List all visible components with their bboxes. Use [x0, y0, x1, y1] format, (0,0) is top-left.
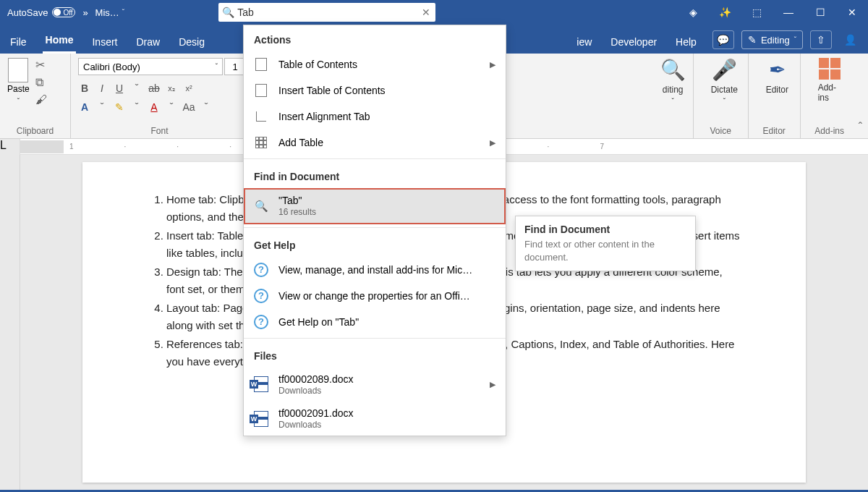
- autosave-switch[interactable]: Off: [52, 7, 75, 17]
- file-name: tf00002091.docx: [278, 407, 495, 420]
- search-box[interactable]: 🔍 ✕: [218, 3, 435, 22]
- window-mode-icon[interactable]: ⬚: [741, 0, 773, 25]
- dictate-button[interactable]: 🎤Dictateˇ: [701, 58, 748, 106]
- find-count: 16 results: [278, 207, 495, 219]
- underline-more[interactable]: ˇ: [130, 82, 143, 94]
- help-section-title: Get Help: [244, 231, 506, 257]
- microphone-icon: 🎤: [712, 58, 737, 82]
- diamond-icon[interactable]: ◈: [677, 0, 709, 25]
- clear-search-button[interactable]: ✕: [417, 7, 435, 18]
- action-insert-alignment-tab[interactable]: Insert Alignment Tab: [244, 103, 506, 130]
- chevron-right-icon: ▶: [490, 380, 495, 389]
- comments-button[interactable]: 💬: [712, 30, 734, 49]
- files-section-title: Files: [244, 342, 506, 368]
- cut-icon[interactable]: ✂: [35, 58, 47, 72]
- help-item[interactable]: ? View, manage, and install add-ins for …: [244, 257, 506, 283]
- action-insert-toc[interactable]: Insert Table of Contents: [244, 77, 506, 103]
- vertical-ruler[interactable]: [0, 155, 20, 490]
- copy-icon[interactable]: ⧉: [35, 76, 47, 89]
- paste-label: Paste: [7, 84, 30, 94]
- tab-icon: [256, 111, 266, 122]
- action-add-table[interactable]: Add Table ▶: [244, 130, 506, 156]
- addins-icon: [819, 58, 841, 80]
- editor-icon: ✒: [769, 58, 786, 82]
- format-painter-icon[interactable]: 🖌: [35, 93, 47, 106]
- menu-design[interactable]: Desig: [176, 36, 208, 54]
- font-color-button[interactable]: A: [148, 101, 161, 113]
- menu-help[interactable]: Help: [673, 36, 699, 54]
- collapse-ribbon-button[interactable]: ˆ: [859, 121, 862, 134]
- change-case-more[interactable]: ˇ: [200, 101, 213, 113]
- editing-mode-button[interactable]: ✎ Editing ˇ: [741, 30, 803, 49]
- actions-section-title: Actions: [244, 25, 506, 51]
- action-table-of-contents[interactable]: Table of Contents ▶: [244, 51, 506, 77]
- search-results-dropdown: Actions Table of Contents ▶ Insert Table…: [243, 25, 506, 436]
- ruler-corner: L: [0, 139, 20, 155]
- share-button[interactable]: ⇧: [810, 30, 832, 49]
- word-file-icon: [254, 376, 268, 392]
- subscript-button[interactable]: x₂: [165, 84, 178, 93]
- menu-draw[interactable]: Draw: [133, 36, 163, 54]
- minimize-button[interactable]: —: [773, 0, 804, 25]
- editing-mode-label: Editing: [761, 35, 790, 46]
- file-result[interactable]: tf00002091.docx Downloads: [244, 402, 506, 436]
- font-family-select[interactable]: Calibri (Body) ˇ: [78, 58, 223, 75]
- addins-group-label: Add-ins: [801, 126, 859, 138]
- chevron-down-icon: ˇ: [122, 9, 124, 17]
- strikethrough-button[interactable]: ab: [148, 82, 161, 94]
- highlight-button[interactable]: ✎: [113, 101, 126, 113]
- wand-icon[interactable]: ✨: [709, 0, 741, 25]
- find-in-document-result[interactable]: 🔍 "Tab" 16 results: [244, 188, 506, 224]
- account-icon[interactable]: 👤: [839, 30, 861, 49]
- autosave-toggle[interactable]: AutoSave Off: [7, 7, 75, 18]
- menu-home[interactable]: Home: [43, 34, 77, 54]
- tooltip-title: Find in Document: [524, 224, 686, 235]
- document-icon: [255, 58, 267, 71]
- help-item[interactable]: ? Get Help on "Tab": [244, 309, 506, 335]
- chevron-down-icon[interactable]: ˇ: [17, 98, 20, 106]
- font-color-more[interactable]: ˇ: [165, 101, 178, 113]
- document-icon: [255, 84, 267, 97]
- tooltip-body: Find text or other content in the docume…: [524, 238, 686, 263]
- font-name: Calibri (Body): [83, 62, 140, 72]
- bold-button[interactable]: B: [78, 82, 91, 94]
- underline-button[interactable]: U: [113, 82, 126, 94]
- qat-overflow-icon[interactable]: »: [82, 7, 88, 18]
- menu-view[interactable]: iew: [574, 36, 595, 54]
- editor-button[interactable]: ✒Editor: [756, 58, 799, 95]
- file-result[interactable]: tf00002089.docx Downloads ▶: [244, 368, 506, 402]
- file-location: Downloads: [278, 420, 495, 430]
- highlight-more[interactable]: ˇ: [130, 101, 143, 113]
- chevron-down-icon: ˇ: [216, 63, 218, 71]
- search-input[interactable]: [237, 7, 417, 18]
- search-icon: 🔍: [660, 58, 686, 82]
- search-icon: 🔍: [218, 7, 237, 18]
- pencil-icon: ✎: [748, 34, 757, 46]
- help-item[interactable]: ? View or change the properties for an O…: [244, 283, 506, 309]
- word-file-icon: [254, 411, 268, 427]
- file-location: Downloads: [278, 386, 480, 396]
- maximize-button[interactable]: ☐: [804, 0, 836, 25]
- text-effects-more[interactable]: ˇ: [95, 101, 109, 113]
- doc-title-dropdown[interactable]: Mis… ˇ: [95, 7, 125, 18]
- editing-group-button[interactable]: 🔍ditingˇ: [650, 58, 696, 106]
- help-icon: ?: [254, 263, 268, 277]
- italic-button[interactable]: I: [95, 82, 109, 94]
- chevron-right-icon: ▶: [490, 138, 495, 148]
- menu-file[interactable]: File: [7, 36, 30, 54]
- tooltip: Find in Document Find text or other cont…: [515, 216, 696, 271]
- addins-button[interactable]: Add-ins: [808, 58, 851, 103]
- help-icon: ?: [254, 289, 268, 303]
- doc-title: Mis…: [95, 7, 119, 18]
- text-effects-button[interactable]: A: [78, 101, 91, 113]
- help-icon: ?: [254, 315, 268, 329]
- autosave-label: AutoSave: [7, 7, 48, 18]
- menu-developer[interactable]: Developer: [608, 36, 660, 54]
- table-icon: [255, 137, 267, 148]
- superscript-button[interactable]: x²: [182, 84, 195, 93]
- change-case-button[interactable]: Aa: [182, 101, 195, 113]
- menu-insert[interactable]: Insert: [89, 36, 120, 54]
- close-button[interactable]: ✕: [836, 0, 868, 25]
- file-name: tf00002089.docx: [278, 373, 480, 386]
- paste-button[interactable]: Paste ˇ: [7, 58, 30, 107]
